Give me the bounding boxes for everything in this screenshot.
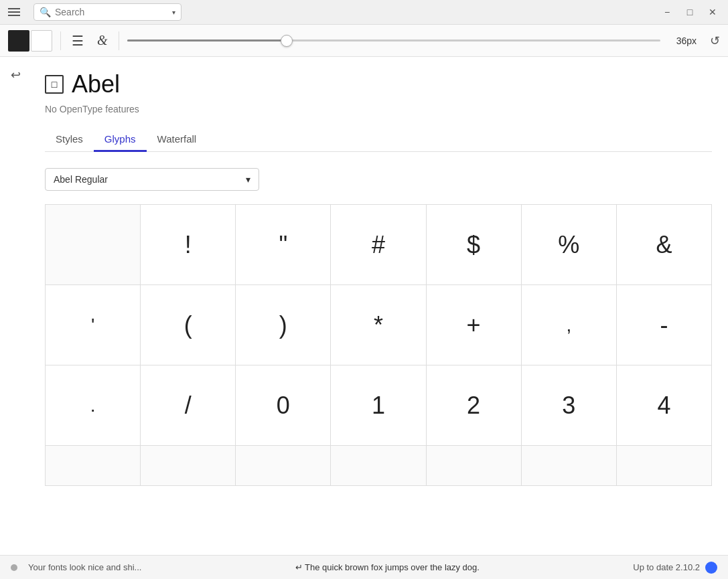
close-button[interactable]: ✕	[703, 2, 723, 22]
search-bar-container: 🔍 ▾	[33, 3, 181, 21]
glyph-cell[interactable]: .	[46, 365, 141, 446]
color-swatches	[8, 30, 52, 52]
glyph-cell[interactable]: *	[331, 285, 426, 365]
reset-button[interactable]: ↺	[710, 33, 720, 48]
search-dropdown-arrow[interactable]: ▾	[172, 9, 175, 16]
font-header: □ Abel	[45, 70, 712, 98]
font-panel: □ Abel No OpenType features Styles Glyph…	[29, 57, 728, 555]
restore-button[interactable]: □	[680, 2, 700, 22]
black-swatch[interactable]	[8, 30, 29, 52]
glyph-cell[interactable]: #	[331, 205, 426, 285]
glyph-cell[interactable]: 2	[427, 365, 522, 446]
paragraph-icon[interactable]: ☰	[69, 30, 86, 52]
glyph-cell[interactable]: "	[236, 205, 331, 285]
slider-thumb[interactable]	[281, 35, 293, 47]
search-input[interactable]	[55, 7, 172, 17]
glyph-cell[interactable]: /	[141, 365, 236, 446]
style-dropdown[interactable]: Abel Regular ▾	[45, 168, 259, 191]
main-content: ↩ □ Abel No OpenType features Styles Gly…	[0, 57, 728, 555]
glyph-cell[interactable]: '	[46, 285, 141, 365]
sidebar-toggle-button[interactable]	[5, 5, 23, 19]
status-preview-text: ↵ The quick brown fox jumps over the laz…	[152, 562, 622, 572]
white-swatch[interactable]	[31, 30, 52, 52]
search-icon: 🔍	[40, 7, 51, 17]
tabs-container: Styles Glyphs Waterfall	[45, 128, 712, 152]
glyph-cell[interactable]: ,	[522, 285, 617, 365]
glyph-cell[interactable]	[141, 446, 236, 486]
font-icon: □	[45, 75, 64, 94]
back-button[interactable]: ↩	[11, 68, 21, 82]
tab-glyphs[interactable]: Glyphs	[94, 128, 147, 152]
status-version-container: Up to date 2.10.2	[633, 562, 717, 574]
glyph-cell[interactable]	[617, 446, 712, 486]
style-dropdown-label: Abel Regular	[54, 174, 108, 185]
glyph-cell[interactable]: &	[617, 205, 712, 285]
font-size-slider-container	[127, 39, 660, 42]
style-dropdown-arrow-icon: ▾	[246, 174, 250, 185]
status-indicator-dot	[11, 564, 17, 571]
back-area: ↩	[0, 57, 29, 555]
glyph-cell[interactable]: +	[427, 285, 522, 365]
slider-fill	[127, 39, 287, 42]
title-bar: 🔍 ▾ − □ ✕	[0, 0, 728, 25]
toolbar: ☰ & 36px ↺	[0, 25, 728, 57]
toolbar-divider-1	[60, 31, 61, 50]
glyph-cell[interactable]: 1	[331, 365, 426, 446]
glyph-cell[interactable]: 0	[236, 365, 331, 446]
glyph-cell[interactable]: -	[617, 285, 712, 365]
glyph-cell[interactable]	[522, 446, 617, 486]
minimize-button[interactable]: −	[657, 2, 677, 22]
font-title: Abel	[72, 70, 120, 98]
glyphs-grid: ! " # $ % & ' ( ) * + , - . / 0 1 2 3 4	[45, 204, 712, 486]
glyph-cell[interactable]	[236, 446, 331, 486]
title-bar-left: 🔍 ▾	[5, 3, 181, 21]
status-notification-text: Your fonts look nice and shi...	[28, 562, 141, 572]
tab-styles[interactable]: Styles	[45, 128, 94, 152]
status-bar: Your fonts look nice and shi... ↵ The qu…	[0, 555, 728, 579]
tab-waterfall[interactable]: Waterfall	[147, 128, 208, 152]
font-size-slider-track[interactable]	[127, 39, 660, 42]
glyph-cell[interactable]	[331, 446, 426, 486]
toolbar-divider-2	[119, 31, 119, 50]
glyph-cell[interactable]: 4	[617, 365, 712, 446]
glyph-cell[interactable]	[427, 446, 522, 486]
glyph-cell[interactable]: (	[141, 285, 236, 365]
glyph-cell[interactable]	[46, 446, 141, 486]
ampersand-icon[interactable]: &	[94, 30, 111, 51]
glyph-cell[interactable]: 3	[522, 365, 617, 446]
glyph-cell[interactable]: $	[427, 205, 522, 285]
glyph-cell[interactable]: %	[522, 205, 617, 285]
status-version-text: Up to date 2.10.2	[633, 562, 700, 572]
glyph-cell[interactable]	[46, 205, 141, 285]
glyph-cell[interactable]: !	[141, 205, 236, 285]
window-controls: − □ ✕	[657, 2, 723, 22]
font-meta: No OpenType features	[45, 104, 712, 114]
font-size-label: 36px	[676, 35, 697, 46]
glyph-cell[interactable]: )	[236, 285, 331, 365]
font-icon-symbol: □	[52, 79, 57, 90]
status-version-icon[interactable]	[705, 562, 717, 574]
